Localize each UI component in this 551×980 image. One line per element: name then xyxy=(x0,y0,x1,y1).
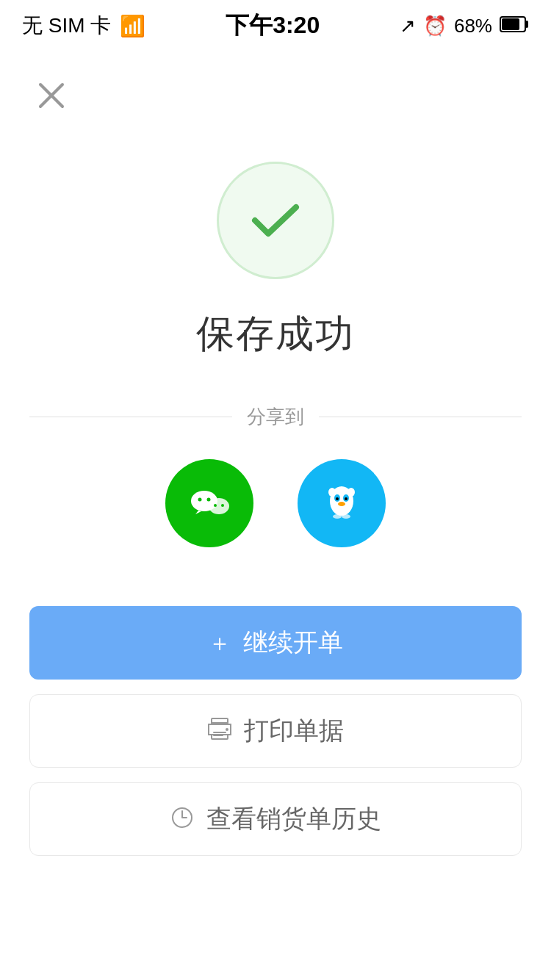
qq-icon xyxy=(317,479,366,527)
success-icon-circle xyxy=(217,162,334,279)
svg-point-16 xyxy=(338,502,345,506)
sim-status: 无 SIM 卡 xyxy=(22,12,111,40)
svg-point-10 xyxy=(221,504,224,507)
share-label: 分享到 xyxy=(247,404,304,430)
svg-point-8 xyxy=(207,498,211,502)
status-left: 无 SIM 卡 📶 xyxy=(22,12,145,40)
main-content: 保存成功 分享到 xyxy=(0,118,551,980)
print-label: 打印单据 xyxy=(244,714,344,748)
history-button[interactable]: 查看销货单历史 xyxy=(29,782,522,856)
svg-point-24 xyxy=(226,728,228,731)
wifi-icon: 📶 xyxy=(120,14,145,38)
location-icon: ↗ xyxy=(400,15,416,37)
history-label: 查看销货单历史 xyxy=(206,802,381,836)
svg-point-20 xyxy=(342,514,350,519)
status-bar: 无 SIM 卡 📶 下午3:20 ↗ ⏰ 68% xyxy=(0,0,551,51)
svg-point-7 xyxy=(198,498,202,502)
svg-point-6 xyxy=(209,498,229,514)
svg-point-17 xyxy=(328,488,336,497)
qq-share-button[interactable] xyxy=(298,459,386,547)
share-section: 分享到 xyxy=(29,404,522,547)
svg-rect-1 xyxy=(525,21,528,28)
action-buttons: ＋ 继续开单 打印单据 xyxy=(29,606,522,856)
share-icons-row xyxy=(165,459,386,547)
close-btn-container xyxy=(0,51,551,118)
close-button[interactable] xyxy=(29,73,73,118)
history-icon xyxy=(170,805,195,834)
divider-left xyxy=(29,417,232,417)
divider-right xyxy=(319,417,522,417)
status-right: ↗ ⏰ 68% xyxy=(400,15,529,37)
svg-point-15 xyxy=(345,497,347,500)
share-divider-row: 分享到 xyxy=(29,404,522,430)
svg-rect-25 xyxy=(213,732,226,733)
battery-percent: 68% xyxy=(454,15,492,37)
continue-button[interactable]: ＋ 继续开单 xyxy=(29,606,522,680)
status-time: 下午3:20 xyxy=(226,10,320,42)
checkmark-icon xyxy=(246,191,305,250)
battery-icon xyxy=(500,15,529,37)
wechat-share-button[interactable] xyxy=(165,459,253,547)
print-icon xyxy=(207,717,232,746)
success-title: 保存成功 xyxy=(196,309,355,360)
alarm-icon: ⏰ xyxy=(423,15,447,37)
print-button[interactable]: 打印单据 xyxy=(29,694,522,768)
wechat-icon xyxy=(185,479,234,527)
plus-icon: ＋ xyxy=(208,631,231,655)
continue-label: 继续开单 xyxy=(243,626,343,660)
svg-rect-2 xyxy=(502,18,519,30)
svg-point-14 xyxy=(336,497,339,500)
svg-point-9 xyxy=(214,504,217,507)
svg-point-19 xyxy=(333,514,342,519)
svg-point-18 xyxy=(347,488,355,497)
svg-rect-26 xyxy=(213,735,223,736)
